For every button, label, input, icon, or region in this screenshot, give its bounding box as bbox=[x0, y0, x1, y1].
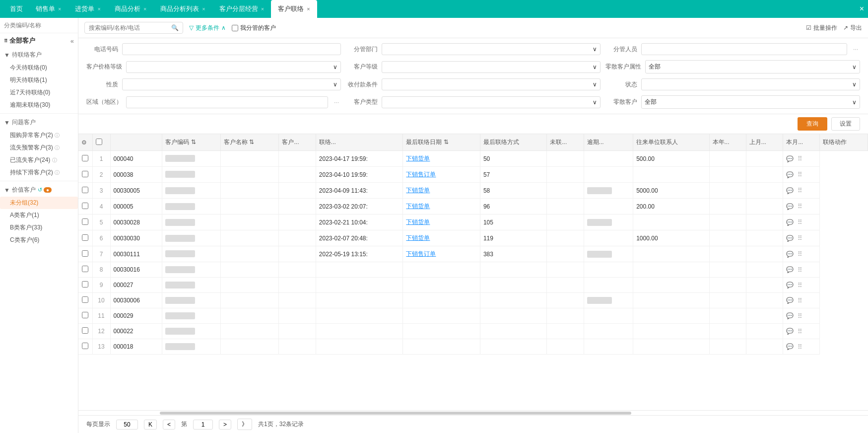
per-page-input[interactable] bbox=[116, 420, 138, 430]
close-product-analysis-tab[interactable]: × bbox=[143, 6, 146, 12]
tab-product-analysis[interactable]: 商品分析 × bbox=[108, 0, 153, 18]
grid-action-icon[interactable]: ⠿ bbox=[798, 250, 802, 258]
tab-customer-contact[interactable]: 客户联络 × bbox=[271, 0, 317, 18]
status-select[interactable]: ∨ bbox=[641, 78, 860, 90]
tab-product-analysis-list[interactable]: 商品分析列表 × bbox=[153, 0, 212, 18]
row-checkbox[interactable] bbox=[82, 155, 88, 161]
grid-action-icon[interactable]: ⠿ bbox=[798, 155, 802, 162]
grid-action-icon[interactable]: ⠿ bbox=[798, 312, 802, 320]
tab-customer-ops[interactable]: 客户分层经营 × bbox=[212, 0, 271, 18]
page-num-input[interactable] bbox=[193, 420, 213, 430]
sidebar-item-churned[interactable]: 已流失客户(24) ⓘ bbox=[0, 154, 78, 166]
sidebar-item-ungrouped[interactable]: 未分组(32) bbox=[0, 197, 78, 209]
chat-icon[interactable]: 💬 bbox=[786, 187, 794, 194]
chat-icon[interactable]: 💬 bbox=[786, 171, 794, 178]
reset-button[interactable]: 设置 bbox=[831, 117, 860, 131]
chat-icon[interactable]: 💬 bbox=[786, 282, 794, 289]
grid-action-icon[interactable]: ⠿ bbox=[798, 328, 802, 335]
sidebar-item-c-class[interactable]: C类客户(6) bbox=[0, 234, 78, 246]
last-page-btn[interactable]: 》 bbox=[237, 419, 252, 430]
row-checkbox[interactable] bbox=[82, 296, 88, 303]
chat-icon[interactable]: 💬 bbox=[786, 219, 794, 226]
grid-action-icon[interactable]: ⠿ bbox=[798, 282, 802, 289]
sidebar-item-today[interactable]: 今天待联络(0) bbox=[0, 62, 78, 74]
sidebar-group-pending[interactable]: ▼ 待联络客户 bbox=[0, 48, 78, 62]
batch-op-btn[interactable]: ☑ 批量操作 bbox=[806, 24, 837, 32]
row-checkbox[interactable] bbox=[82, 187, 88, 193]
close-customer-contact-tab[interactable]: × bbox=[307, 6, 310, 12]
prev-page-btn[interactable]: < bbox=[163, 420, 175, 430]
row-checkbox[interactable] bbox=[82, 312, 88, 318]
more-conditions-btn[interactable]: ▽ 更多条件 ∧ bbox=[189, 24, 226, 32]
sidebar-collapse-btn[interactable]: « bbox=[70, 37, 74, 45]
sidebar-item-b-class[interactable]: B类客户(33) bbox=[0, 221, 78, 234]
my-customers-checkbox[interactable] bbox=[232, 25, 238, 31]
grid-action-icon[interactable]: ⠿ bbox=[798, 171, 802, 178]
manager-input[interactable] bbox=[641, 43, 847, 55]
nature-select[interactable]: ∨ bbox=[122, 78, 341, 90]
manager-more-icon[interactable]: ··· bbox=[851, 46, 860, 53]
grid-action-icon[interactable]: ⠿ bbox=[798, 234, 802, 242]
col-gear[interactable]: ⚙ bbox=[78, 134, 92, 151]
chat-icon[interactable]: 💬 bbox=[786, 235, 794, 242]
chat-icon[interactable]: 💬 bbox=[786, 203, 794, 210]
scattered-customer-select[interactable]: 全部 ∨ bbox=[641, 95, 860, 109]
close-sales-tab[interactable]: × bbox=[58, 6, 61, 12]
grid-action-icon[interactable]: ⠿ bbox=[798, 297, 802, 304]
row-checkbox[interactable] bbox=[82, 250, 88, 257]
chat-icon[interactable]: 💬 bbox=[786, 328, 794, 335]
h-scrollbar[interactable] bbox=[78, 410, 868, 415]
check-all[interactable] bbox=[96, 139, 102, 145]
sidebar-group-problem[interactable]: ▼ 问题客户 bbox=[0, 116, 78, 129]
row-checkbox[interactable] bbox=[82, 203, 88, 209]
col-lastdate-header[interactable]: 最后联络日期 ⇅ bbox=[403, 134, 480, 151]
query-button[interactable]: 查询 bbox=[798, 117, 827, 131]
scattered-attr-select[interactable]: 全部 ∨ bbox=[645, 60, 860, 73]
chat-icon[interactable]: 💬 bbox=[786, 312, 794, 319]
close-customer-ops-tab[interactable]: × bbox=[261, 6, 264, 12]
sidebar-item-a-class[interactable]: A类客户(1) bbox=[0, 209, 78, 221]
row-checkbox[interactable] bbox=[82, 281, 88, 288]
customer-type-select[interactable]: ∨ bbox=[382, 96, 601, 108]
grid-action-icon[interactable]: ⠿ bbox=[798, 203, 802, 210]
sidebar-all-customers[interactable]: ⠿ 全部客户 « bbox=[0, 33, 78, 48]
close-product-list-tab[interactable]: × bbox=[202, 6, 205, 12]
grid-action-icon[interactable]: ⠿ bbox=[798, 266, 802, 274]
department-select[interactable]: ∨ bbox=[382, 43, 601, 55]
next-page-btn[interactable]: > bbox=[219, 420, 231, 430]
payment-select[interactable]: ∨ bbox=[382, 78, 601, 90]
sidebar-item-hoard[interactable]: 囤购异常客户(2) ⓘ bbox=[0, 129, 78, 142]
row-checkbox[interactable] bbox=[82, 218, 88, 225]
row-checkbox[interactable] bbox=[82, 234, 88, 241]
sidebar-item-overdue[interactable]: 逾期未联络(30) bbox=[0, 99, 78, 111]
sidebar-group-value[interactable]: ▼ 价值客户 ↺ ● bbox=[0, 183, 78, 197]
search-icon[interactable]: 🔍 bbox=[171, 24, 179, 31]
row-checkbox[interactable] bbox=[82, 266, 88, 272]
phone-input[interactable] bbox=[122, 43, 341, 55]
chat-icon[interactable]: 💬 bbox=[786, 155, 794, 162]
tab-purchase[interactable]: 进货单 × bbox=[68, 0, 107, 18]
row-checkbox[interactable] bbox=[82, 343, 88, 349]
col-check-all[interactable] bbox=[92, 134, 110, 151]
first-page-btn[interactable]: K bbox=[144, 420, 157, 430]
sidebar-item-churn-warn[interactable]: 流失预警客户(3) ⓘ bbox=[0, 142, 78, 154]
region-more-icon[interactable]: ··· bbox=[332, 99, 341, 106]
region-input[interactable] bbox=[126, 96, 328, 108]
close-all-tabs[interactable]: × bbox=[860, 4, 864, 13]
chat-icon[interactable]: 💬 bbox=[786, 251, 794, 258]
sidebar-item-tomorrow[interactable]: 明天待联络(1) bbox=[0, 74, 78, 86]
tab-sales[interactable]: 销售单 × bbox=[29, 0, 68, 18]
col-name-header[interactable]: 客户名称 ⇅ bbox=[220, 134, 279, 151]
sidebar-search-input[interactable] bbox=[4, 22, 78, 29]
grid-action-icon[interactable]: ⠿ bbox=[798, 343, 802, 351]
col-code-header[interactable]: 客户编码 ⇅ bbox=[162, 134, 221, 151]
export-btn[interactable]: ↗ 导出 bbox=[843, 24, 862, 32]
sidebar-item-decline[interactable]: 持续下滑客户(2) ⓘ bbox=[0, 166, 78, 179]
tab-home[interactable]: 首页 bbox=[4, 4, 29, 13]
chat-icon[interactable]: 💬 bbox=[786, 343, 794, 350]
customer-level-select[interactable]: ∨ bbox=[382, 61, 601, 73]
grid-action-icon[interactable]: ⠿ bbox=[798, 218, 802, 226]
price-level-select[interactable]: ∨ bbox=[126, 61, 341, 73]
row-checkbox[interactable] bbox=[82, 171, 88, 177]
search-input[interactable] bbox=[89, 24, 168, 31]
